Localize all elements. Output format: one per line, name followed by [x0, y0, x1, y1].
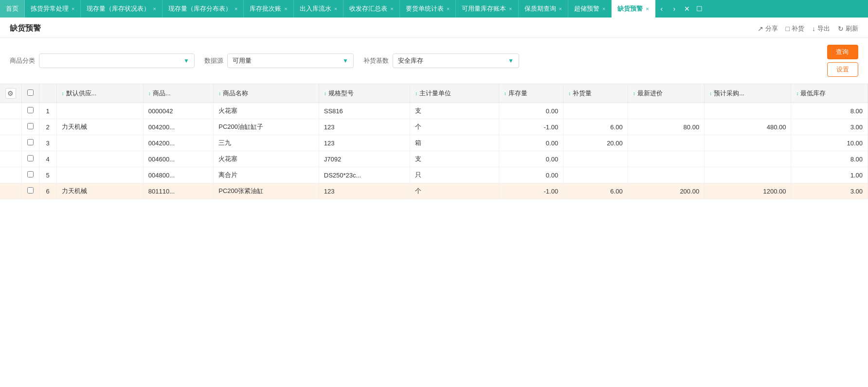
category-chevron-icon: ▼ — [183, 57, 189, 64]
row-unit: 个 — [410, 119, 499, 135]
tab-expand-btn[interactable]: ✕ — [681, 0, 693, 18]
row-unit: 支 — [410, 103, 499, 119]
th-stock-qty: ↕ 库存量 — [499, 84, 563, 103]
tab-next-btn[interactable]: › — [668, 0, 681, 18]
row-min-stock: 8.00 — [791, 103, 868, 119]
tab-available-ledger-close[interactable]: × — [509, 6, 512, 12]
row-min-stock: 10.00 — [791, 135, 868, 151]
tab-available-ledger[interactable]: 可用量库存账本 × — [456, 0, 518, 18]
tab-overstock-close[interactable]: × — [602, 6, 605, 12]
table-row: 2 力天机械 004200... PC200油缸缸子 123 个 -1.00 6… — [0, 119, 868, 135]
tab-batch-account[interactable]: 库存批次账 × — [244, 0, 293, 18]
row-stock: 0.00 — [499, 167, 563, 183]
row-name: 火花塞 — [214, 103, 319, 119]
tab-inventory-status[interactable]: 现存量（库存状况表） × — [81, 0, 162, 18]
sort-spec-icon: ↕ — [324, 91, 326, 96]
row-supplier — [56, 103, 143, 119]
row-checkbox-cell — [21, 151, 39, 167]
tab-expiry-query[interactable]: 保质期查询 × — [519, 0, 568, 18]
tab-inout-flow-close[interactable]: × — [334, 6, 337, 12]
category-filter-group: 商品分类 ▼ — [10, 53, 195, 68]
tab-order-stats[interactable]: 要货单统计表 × — [400, 0, 456, 18]
tab-prev-btn[interactable]: ‹ — [655, 0, 668, 18]
row-est-purchase — [705, 103, 791, 119]
row-name: PC200张紧油缸 — [214, 183, 319, 199]
column-settings-icon[interactable]: ⚙ — [5, 88, 16, 99]
datasource-select-value: 可用量 — [233, 56, 339, 65]
tab-inventory-dist[interactable]: 现存量（库存分布表） × — [163, 0, 244, 18]
sort-replenish-icon: ↕ — [568, 91, 571, 96]
tab-inout-flow[interactable]: 出入库流水 × — [294, 0, 344, 18]
row-spec: 123 — [319, 135, 410, 151]
row-settings-cell — [0, 183, 21, 199]
sort-name-icon: ↕ — [218, 91, 221, 96]
datasource-select[interactable]: 可用量 ▼ — [227, 53, 354, 68]
replenish-select[interactable]: 安全库存 ▼ — [393, 53, 519, 68]
row-supplier — [56, 135, 143, 151]
sort-code-icon: ↕ — [148, 91, 151, 96]
row-latest-price — [628, 103, 704, 119]
tab-abnormal-close[interactable]: × — [72, 6, 74, 12]
row-checkbox[interactable] — [27, 187, 34, 194]
select-all-checkbox[interactable] — [27, 89, 34, 96]
tab-home-label: 首页 — [6, 4, 18, 13]
row-checkbox[interactable] — [27, 155, 34, 161]
row-checkbox[interactable] — [27, 107, 34, 113]
row-checkbox-cell — [21, 183, 39, 199]
tab-fullscreen-btn[interactable]: ☐ — [693, 0, 706, 18]
th-checkbox — [21, 84, 39, 103]
category-select[interactable]: ▼ — [39, 53, 195, 68]
row-stock: 0.00 — [499, 151, 563, 167]
row-latest-price — [628, 135, 704, 151]
row-checkbox[interactable] — [27, 123, 34, 129]
refresh-icon: ↻ — [838, 25, 844, 33]
row-stock: 0.00 — [499, 103, 563, 119]
row-name: 离合片 — [214, 167, 319, 183]
row-checkbox[interactable] — [27, 171, 34, 177]
tab-receive-summary[interactable]: 收发存汇总表 × — [344, 0, 399, 18]
row-code: 004800... — [143, 167, 213, 183]
tab-batch-account-close[interactable]: × — [284, 6, 287, 12]
export-button[interactable]: ↓ 导出 — [812, 24, 830, 33]
row-unit: 只 — [410, 167, 499, 183]
datasource-filter-group: 数据源 可用量 ▼ — [204, 53, 354, 68]
th-unit: ↕ 主计量单位 — [410, 84, 499, 103]
tab-shortage[interactable]: 缺货预警 × — [612, 0, 655, 18]
tab-home[interactable]: 首页 — [0, 0, 25, 18]
tab-inventory-dist-label: 现存量（库存分布表） — [168, 4, 232, 13]
th-default-supplier: ↕ 默认供应... — [56, 84, 143, 103]
data-table: ⚙ ↕ 默认供应... ↕ 商 — [0, 84, 868, 199]
row-checkbox-cell — [21, 167, 39, 183]
row-unit: 支 — [410, 151, 499, 167]
tab-overstock[interactable]: 超储预警 × — [568, 0, 612, 18]
refresh-button[interactable]: ↻ 刷新 — [838, 24, 858, 33]
tab-inventory-dist-close[interactable]: × — [235, 6, 237, 12]
tab-inventory-status-close[interactable]: × — [153, 6, 156, 12]
share-button[interactable]: ↗ 分享 — [758, 24, 778, 33]
tab-receive-summary-close[interactable]: × — [390, 6, 393, 12]
th-latest-price: ↕ 最新进价 — [628, 84, 704, 103]
tab-abnormal-label: 拣货异常处理 — [31, 4, 69, 13]
share-icon: ↗ — [758, 25, 763, 33]
replenish-chevron-icon: ▼ — [508, 57, 514, 64]
tab-abnormal[interactable]: 拣货异常处理 × — [25, 0, 81, 18]
datasource-label: 数据源 — [204, 56, 223, 65]
settings-button[interactable]: 设置 — [827, 62, 858, 77]
row-code: 004600... — [143, 151, 213, 167]
row-checkbox-cell — [21, 103, 39, 119]
tab-expiry-query-close[interactable]: × — [559, 6, 562, 12]
category-label: 商品分类 — [10, 56, 35, 65]
row-latest-price — [628, 151, 704, 167]
filter-buttons: 查询 设置 — [827, 45, 858, 77]
query-button[interactable]: 查询 — [827, 45, 858, 59]
table-header-row: ⚙ ↕ 默认供应... ↕ 商 — [0, 84, 868, 103]
replenish-button[interactable]: □ 补货 — [786, 24, 804, 33]
row-checkbox[interactable] — [27, 139, 34, 145]
row-name: PC200油缸缸子 — [214, 119, 319, 135]
tab-shortage-close[interactable]: × — [646, 6, 649, 12]
tab-bar: 首页 拣货异常处理 × 现存量（库存状况表） × 现存量（库存分布表） × 库存… — [0, 0, 868, 18]
row-code: 004200... — [143, 119, 213, 135]
tab-order-stats-close[interactable]: × — [447, 6, 450, 12]
row-no: 5 — [39, 167, 56, 183]
refresh-label: 刷新 — [846, 24, 858, 33]
